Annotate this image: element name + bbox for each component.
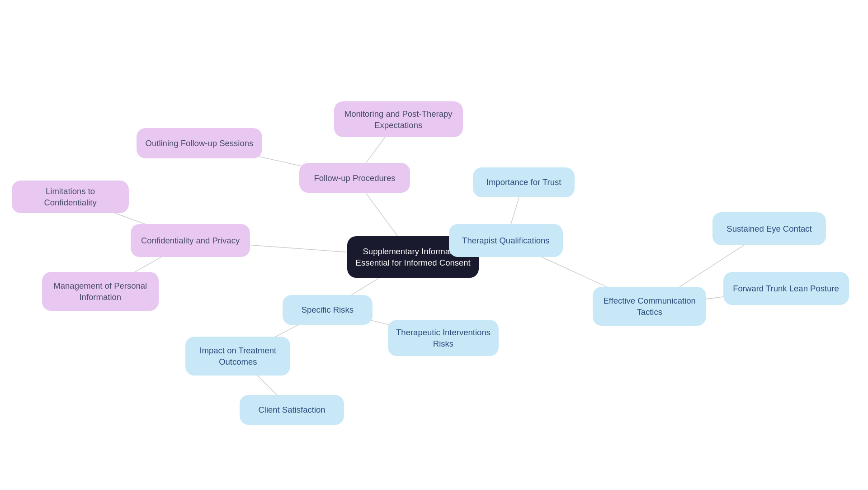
node-confidentiality[interactable]: Confidentiality and Privacy — [131, 224, 250, 257]
node-therapeutic[interactable]: Therapeutic InterventionsRisks — [388, 320, 499, 356]
node-forward[interactable]: Forward Trunk Lean Posture — [723, 272, 849, 305]
node-limitations[interactable]: Limitations to Confidentiality — [12, 181, 128, 214]
node-effective[interactable]: Effective CommunicationTactics — [593, 287, 707, 326]
node-followup[interactable]: Follow-up Procedures — [299, 163, 410, 193]
node-monitoring[interactable]: Monitoring and Post-TherapyExpectations — [334, 101, 463, 137]
node-importance[interactable]: Importance for Trust — [473, 167, 575, 197]
node-client[interactable]: Client Satisfaction — [240, 395, 344, 425]
node-impact[interactable]: Impact on TreatmentOutcomes — [185, 337, 290, 376]
node-specific[interactable]: Specific Risks — [283, 295, 373, 325]
node-management[interactable]: Management of PersonalInformation — [42, 272, 159, 311]
node-outlining[interactable]: Outlining Follow-up Sessions — [137, 128, 262, 158]
mindmap-container: Supplementary InformationEssential for I… — [0, 0, 868, 490]
node-therapist[interactable]: Therapist Qualifications — [449, 224, 563, 257]
node-sustained[interactable]: Sustained Eye Contact — [712, 212, 826, 245]
